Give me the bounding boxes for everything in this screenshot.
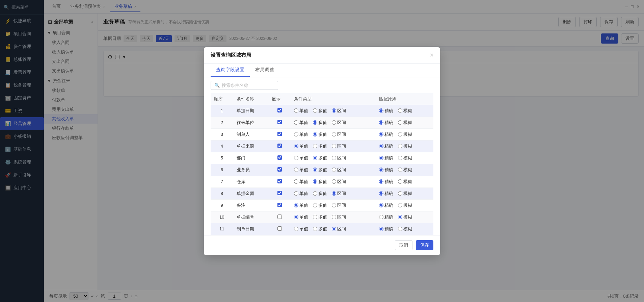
match-radio-label[interactable]: 精确 [379, 202, 393, 208]
type-radio-label[interactable]: 单值 [294, 179, 308, 185]
type-radio[interactable] [294, 203, 298, 207]
type-radio[interactable] [332, 108, 336, 113]
match-radio-label[interactable]: 模糊 [398, 143, 412, 149]
display-checkbox[interactable] [277, 144, 282, 148]
match-radio[interactable] [398, 191, 402, 196]
match-radio-label[interactable]: 模糊 [398, 179, 412, 185]
type-radio-label[interactable]: 单值 [294, 191, 308, 197]
type-radio-label[interactable]: 区间 [332, 214, 346, 220]
type-radio[interactable] [294, 168, 298, 172]
type-radio[interactable] [313, 108, 317, 113]
match-radio[interactable] [379, 215, 383, 219]
match-radio[interactable] [398, 168, 402, 172]
type-radio[interactable] [313, 156, 317, 160]
match-radio[interactable] [379, 108, 383, 113]
type-radio[interactable] [332, 215, 336, 219]
match-radio-label[interactable]: 模糊 [398, 191, 412, 197]
display-checkbox[interactable] [277, 132, 282, 136]
type-radio-label[interactable]: 单值 [294, 155, 308, 161]
match-radio[interactable] [379, 120, 383, 125]
match-radio-label[interactable]: 精确 [379, 120, 393, 126]
type-radio-label[interactable]: 区间 [332, 226, 346, 232]
type-radio-label[interactable]: 区间 [332, 202, 346, 208]
display-checkbox[interactable] [277, 108, 282, 112]
modal-close-button[interactable]: × [430, 52, 433, 58]
type-radio-label[interactable]: 区间 [332, 179, 346, 185]
type-radio-label[interactable]: 区间 [332, 167, 346, 173]
type-radio[interactable] [313, 203, 317, 207]
type-radio-label[interactable]: 单值 [294, 226, 308, 232]
match-radio-label[interactable]: 精确 [379, 131, 393, 137]
type-radio[interactable] [332, 156, 336, 160]
type-radio-label[interactable]: 区间 [332, 108, 346, 114]
match-radio-label[interactable]: 精确 [379, 167, 393, 173]
match-radio-label[interactable]: 模糊 [398, 155, 412, 161]
type-radio[interactable] [294, 132, 298, 136]
match-radio[interactable] [379, 144, 383, 148]
match-radio[interactable] [379, 227, 383, 231]
type-radio-label[interactable]: 单值 [294, 202, 308, 208]
type-radio-label[interactable]: 区间 [332, 191, 346, 197]
type-radio-label[interactable]: 多值 [313, 131, 327, 137]
type-radio[interactable] [332, 168, 336, 172]
type-radio-label[interactable]: 单值 [294, 214, 308, 220]
type-radio[interactable] [313, 120, 317, 125]
match-radio[interactable] [398, 144, 402, 148]
display-checkbox[interactable] [277, 120, 282, 124]
type-radio[interactable] [294, 191, 298, 196]
modal-tab-fields[interactable]: 查询字段设置 [211, 64, 250, 77]
type-radio-label[interactable]: 区间 [332, 131, 346, 137]
match-radio-label[interactable]: 模糊 [398, 108, 412, 114]
match-radio[interactable] [398, 132, 402, 136]
type-radio[interactable] [294, 179, 298, 184]
type-radio-label[interactable]: 单值 [294, 108, 308, 114]
match-radio-label[interactable]: 精确 [379, 214, 393, 220]
display-checkbox[interactable] [277, 179, 282, 183]
type-radio-label[interactable]: 多值 [313, 202, 327, 208]
match-radio[interactable] [379, 132, 383, 136]
type-radio[interactable] [332, 179, 336, 184]
match-radio-label[interactable]: 模糊 [398, 226, 412, 232]
match-radio-label[interactable]: 精确 [379, 155, 393, 161]
type-radio[interactable] [332, 203, 336, 207]
type-radio[interactable] [313, 144, 317, 148]
type-radio-label[interactable]: 单值 [294, 120, 308, 126]
type-radio-label[interactable]: 多值 [313, 214, 327, 220]
type-radio[interactable] [313, 191, 317, 196]
type-radio[interactable] [294, 108, 298, 113]
type-radio[interactable] [294, 156, 298, 160]
match-radio[interactable] [398, 179, 402, 184]
type-radio-label[interactable]: 区间 [332, 155, 346, 161]
search-input[interactable] [222, 83, 278, 88]
type-radio[interactable] [294, 227, 298, 231]
type-radio[interactable] [313, 227, 317, 231]
match-radio-label[interactable]: 精确 [379, 143, 393, 149]
match-radio[interactable] [398, 108, 402, 113]
type-radio-label[interactable]: 多值 [313, 191, 327, 197]
type-radio[interactable] [294, 120, 298, 125]
match-radio[interactable] [379, 168, 383, 172]
type-radio-label[interactable]: 多值 [313, 167, 327, 173]
match-radio-label[interactable]: 精确 [379, 226, 393, 232]
match-radio[interactable] [379, 179, 383, 184]
match-radio[interactable] [398, 156, 402, 160]
type-radio-label[interactable]: 多值 [313, 155, 327, 161]
type-radio[interactable] [332, 227, 336, 231]
match-radio[interactable] [379, 203, 383, 207]
type-radio-label[interactable]: 单值 [294, 131, 308, 137]
type-radio[interactable] [332, 144, 336, 148]
type-radio[interactable] [332, 191, 336, 196]
display-checkbox[interactable] [277, 226, 282, 231]
type-radio-label[interactable]: 多值 [313, 108, 327, 114]
modal-tab-layout[interactable]: 布局调整 [250, 64, 279, 77]
match-radio-label[interactable]: 模糊 [398, 131, 412, 137]
type-radio-label[interactable]: 多值 [313, 179, 327, 185]
type-radio[interactable] [332, 132, 336, 136]
match-radio-label[interactable]: 模糊 [398, 120, 412, 126]
type-radio-label[interactable]: 区间 [332, 120, 346, 126]
match-radio[interactable] [398, 227, 402, 231]
match-radio-label[interactable]: 模糊 [398, 167, 412, 173]
type-radio[interactable] [294, 215, 298, 219]
match-radio[interactable] [398, 203, 402, 207]
type-radio[interactable] [332, 120, 336, 125]
